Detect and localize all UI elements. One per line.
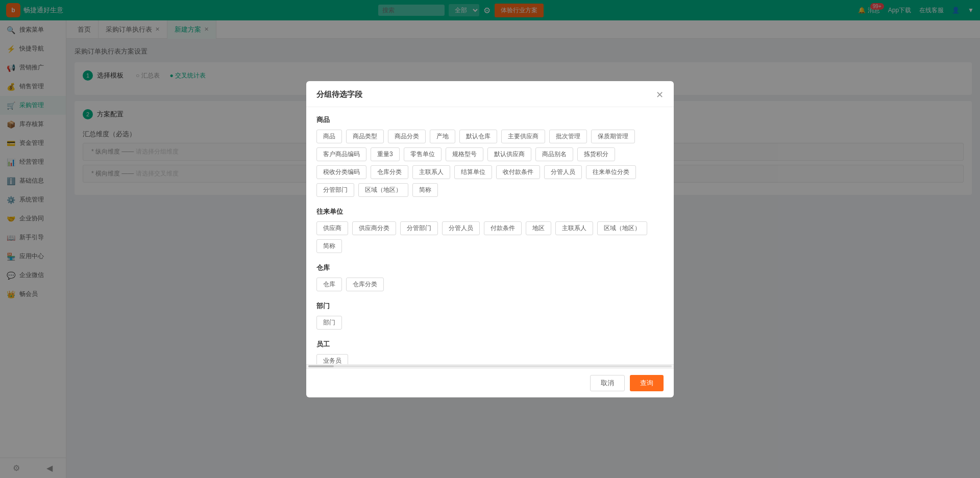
modal-footer: 取消 查询 xyxy=(306,368,674,397)
field-tag[interactable]: 重量3 xyxy=(371,147,400,161)
section-partner: 往来单位 供应商 供应商分类 分管部门 分管人员 付款条件 地区 主联系人 区域… xyxy=(316,207,664,253)
field-tag[interactable]: 零售单位 xyxy=(404,147,442,161)
section-partner-tags: 供应商 供应商分类 分管部门 分管人员 付款条件 地区 主联系人 区域（地区） … xyxy=(316,221,664,253)
modal-overlay: 分组待选字段 ✕ 商品 商品 商品类型 商品分类 产地 默认仓库 主要供应商 批… xyxy=(0,0,980,478)
field-tag[interactable]: 产地 xyxy=(430,130,455,143)
section-partner-title: 往来单位 xyxy=(316,207,664,216)
field-tag[interactable]: 税收分类编码 xyxy=(316,165,366,179)
field-tag[interactable]: 主要供应商 xyxy=(501,130,545,143)
field-tag[interactable]: 仓库分类 xyxy=(371,165,408,179)
hscroll-thumb xyxy=(308,365,334,367)
field-tag[interactable]: 结算单位 xyxy=(454,165,492,179)
field-tag[interactable]: 商品 xyxy=(316,130,342,143)
section-employee-title: 员工 xyxy=(316,340,664,349)
modal-close-icon[interactable]: ✕ xyxy=(656,89,664,100)
section-employee-tags: 业务员 xyxy=(316,354,664,364)
field-tag[interactable]: 批次管理 xyxy=(549,130,587,143)
field-tag[interactable]: 业务员 xyxy=(316,354,348,364)
section-goods: 商品 商品 商品类型 商品分类 产地 默认仓库 主要供应商 批次管理 保质期管理… xyxy=(316,115,664,197)
field-tag[interactable]: 付款条件 xyxy=(484,221,522,235)
field-tag[interactable]: 主联系人 xyxy=(555,221,593,235)
field-tag[interactable]: 简称 xyxy=(412,183,438,197)
field-tag[interactable]: 仓库分类 xyxy=(346,278,384,291)
field-tag[interactable]: 收付款条件 xyxy=(496,165,540,179)
modal-header: 分组待选字段 ✕ xyxy=(306,81,674,107)
field-tag[interactable]: 拣货积分 xyxy=(577,147,615,161)
field-tag[interactable]: 默认仓库 xyxy=(459,130,497,143)
field-tag[interactable]: 保质期管理 xyxy=(591,130,635,143)
field-tag[interactable]: 部门 xyxy=(316,316,342,330)
field-tag[interactable]: 往来单位分类 xyxy=(586,165,636,179)
field-tag[interactable]: 分管人员 xyxy=(544,165,582,179)
field-tag[interactable]: 供应商分类 xyxy=(352,221,396,235)
field-tag[interactable]: 分管部门 xyxy=(400,221,438,235)
section-department-tags: 部门 xyxy=(316,316,664,330)
field-tag[interactable]: 商品分类 xyxy=(388,130,426,143)
field-tag[interactable]: 商品类型 xyxy=(346,130,384,143)
modal-body: 商品 商品 商品类型 商品分类 产地 默认仓库 主要供应商 批次管理 保质期管理… xyxy=(306,107,674,364)
confirm-button[interactable]: 查询 xyxy=(630,375,664,391)
section-warehouse: 仓库 仓库 仓库分类 xyxy=(316,263,664,291)
field-tag[interactable]: 供应商 xyxy=(316,221,348,235)
field-tag[interactable]: 主联系人 xyxy=(412,165,450,179)
field-tag[interactable]: 分管人员 xyxy=(442,221,480,235)
section-department-title: 部门 xyxy=(316,301,664,311)
section-warehouse-title: 仓库 xyxy=(316,263,664,272)
modal-title: 分组待选字段 xyxy=(316,90,362,99)
modal-hscroll[interactable] xyxy=(306,364,674,368)
field-tag[interactable]: 商品别名 xyxy=(535,147,573,161)
field-tag[interactable]: 地区 xyxy=(526,221,551,235)
field-tag[interactable]: 默认供应商 xyxy=(487,147,531,161)
section-employee: 员工 业务员 xyxy=(316,340,664,364)
cancel-button[interactable]: 取消 xyxy=(590,375,625,391)
section-warehouse-tags: 仓库 仓库分类 xyxy=(316,278,664,291)
field-select-modal: 分组待选字段 ✕ 商品 商品 商品类型 商品分类 产地 默认仓库 主要供应商 批… xyxy=(306,81,674,397)
field-tag[interactable]: 分管部门 xyxy=(316,183,354,197)
section-department: 部门 部门 xyxy=(316,301,664,330)
field-tag[interactable]: 简称 xyxy=(316,239,342,253)
field-tag[interactable]: 客户商品编码 xyxy=(316,147,366,161)
section-goods-title: 商品 xyxy=(316,115,664,124)
field-tag[interactable]: 区域（地区） xyxy=(597,221,647,235)
field-tag[interactable]: 区域（地区） xyxy=(358,183,408,197)
section-goods-tags: 商品 商品类型 商品分类 产地 默认仓库 主要供应商 批次管理 保质期管理 客户… xyxy=(316,130,664,197)
field-tag[interactable]: 规格型号 xyxy=(446,147,483,161)
field-tag[interactable]: 仓库 xyxy=(316,278,342,291)
